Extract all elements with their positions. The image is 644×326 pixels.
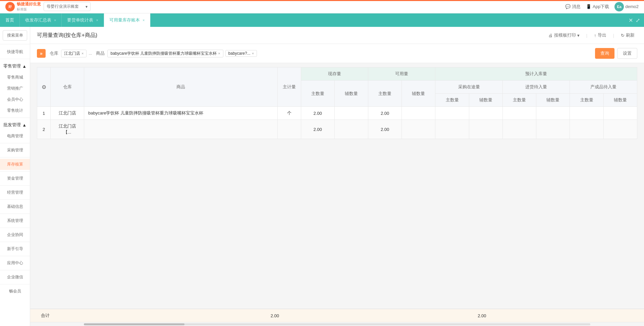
sidebar-divider-4 <box>0 157 30 157</box>
sidebar-section-wholesale[interactable]: 批发管理 ▲ <box>0 119 30 131</box>
user-nav[interactable]: Ea demo2 <box>614 2 639 11</box>
product-filter-label: 商品 <box>96 50 105 56</box>
export-btn[interactable]: ↑ 导出 <box>591 31 609 40</box>
sidebar-item-marketing[interactable]: 营销推广 <box>0 83 30 94</box>
print-btn[interactable]: 🖨 按模板打印 ▾ <box>546 31 582 40</box>
app-name: 畅捷通好生意 <box>17 1 41 7</box>
ip-aux-header: 辅数量 <box>536 94 570 107</box>
warehouse-tag-close[interactable]: × <box>82 51 84 55</box>
table-settings-icon[interactable]: ⚙ <box>42 84 46 90</box>
warehouse-more[interactable]: ... <box>89 51 92 56</box>
sidebar-item-newbie[interactable]: 新手引导 <box>0 243 30 254</box>
sidebar-item-enterprise[interactable]: 企业协同 <box>0 229 30 240</box>
sidebar-item-operation[interactable]: 经营管理 <box>0 187 30 198</box>
refresh-btn[interactable]: ↻ 刷新 <box>618 31 637 40</box>
sidebar-item-finance[interactable]: 资金管理 <box>0 173 30 184</box>
app-download-nav[interactable]: 📱 App下载 <box>586 4 609 10</box>
settings-col-header[interactable]: ⚙ <box>37 67 51 107</box>
sidebar-search-area: 搜索菜单 <box>0 27 30 44</box>
sidebar-divider-6 <box>0 185 30 186</box>
product-col-header: 商品 <box>84 67 278 107</box>
warehouse-filter-label: 仓库 <box>50 50 58 56</box>
page-header: 可用量查询(按仓库+商品) 🖨 按模板打印 ▾ | ↑ 导出 | ↻ 刷新 <box>30 27 644 44</box>
scroll-thumb[interactable] <box>84 323 184 325</box>
industry-selector[interactable]: 母婴行业演示账套 ▾ <box>44 2 91 11</box>
page-title: 可用量查询(按仓库+商品) <box>37 32 97 39</box>
fp-aux-header: 辅数量 <box>603 94 637 107</box>
avail-main-header: 主数量 <box>368 81 402 107</box>
bottom-scrollbar[interactable] <box>30 322 644 326</box>
export-icon: ↑ <box>594 33 596 38</box>
footer-label: 合计 <box>37 313 223 319</box>
product-tag-2-close[interactable]: × <box>252 51 254 55</box>
sidebar-item-ecommerce[interactable]: 电商管理 <box>0 131 30 142</box>
sidebar-item-member[interactable]: 畅会员 <box>0 286 30 297</box>
filter-actions: 查询 设置 <box>595 48 637 59</box>
fp-main-header: 主数量 <box>570 94 603 107</box>
row2-current-aux <box>334 120 368 139</box>
tab-close-all-icon[interactable]: ✕ <box>629 17 633 24</box>
settings-btn[interactable]: 设置 <box>617 48 637 59</box>
tab-bar-actions: ✕ ⤢ <box>629 17 644 24</box>
tab-orders-close[interactable]: × <box>96 18 98 22</box>
message-icon: 💬 <box>565 4 571 9</box>
sidebar-divider-9 <box>0 228 30 228</box>
tab-inventory-close[interactable]: × <box>143 18 145 22</box>
row1-fp-main <box>570 107 603 120</box>
sidebar-item-retail-stats[interactable]: 零售统计 <box>0 105 30 116</box>
row1-pt-main <box>435 107 469 120</box>
ip-main-header: 主数量 <box>502 94 536 107</box>
sidebar-item-members[interactable]: 会员中心 <box>0 94 30 105</box>
sidebar-item-inventory[interactable]: 库存核算 <box>0 159 30 170</box>
message-nav[interactable]: 💬 消息 <box>565 4 581 10</box>
sidebar-item-system[interactable]: 系统管理 <box>0 215 30 226</box>
sidebar-divider-3 <box>0 143 30 143</box>
sidebar-item-basic[interactable]: 基础信息 <box>0 201 30 212</box>
sidebar-wholesale-arrow: ▲ <box>22 123 26 128</box>
product-tag-1-close[interactable]: × <box>218 51 220 55</box>
sidebar-item-wechat[interactable]: 企业微信 <box>0 272 30 283</box>
row1-warehouse: 江北门店 <box>51 107 84 120</box>
tab-inventory[interactable]: 可用量库存账本 × <box>104 13 150 27</box>
row1-pt-aux <box>469 107 502 120</box>
table-area: ⚙ 仓库 商品 主计量 现存量 可用量 预计入库量 主数量 辅数量 主数量 辅数… <box>30 63 644 309</box>
top-bar-left: 好 畅捷通好生意 标准版 母婴行业演示账套 ▾ <box>5 1 91 12</box>
tab-orders[interactable]: 要货单统计表 × <box>62 13 104 27</box>
sidebar-item-shortcut[interactable]: 快捷导航 <box>0 46 30 57</box>
avatar: Ea <box>614 2 624 11</box>
row2-avail-aux <box>402 120 435 139</box>
sidebar-item-purchase[interactable]: 采购管理 <box>0 145 30 156</box>
filter-expand-btn[interactable]: » <box>37 49 46 58</box>
row1-avail-main: 2.00 <box>368 107 402 120</box>
sidebar-section-retail[interactable]: 零售管理 ▲ <box>0 60 30 72</box>
row1-product: babycare学饮杯 儿童防摔防撞吸管杯重力球吸嘴杯宝宝水杯 <box>84 107 278 120</box>
row1-fp-aux <box>603 107 637 120</box>
header-divider-1: | <box>586 33 587 38</box>
tab-home[interactable]: 首页 <box>0 13 20 27</box>
app-download-label: App下载 <box>593 4 609 10</box>
query-btn[interactable]: 查询 <box>595 48 614 59</box>
header-divider-2: | <box>613 33 614 38</box>
forecast-col-header: 预计入库量 <box>435 67 637 81</box>
sidebar-divider-2 <box>0 118 30 118</box>
chevron-down-icon: ▾ <box>86 4 88 9</box>
main-layout: 搜索菜单 快捷导航 零售管理 ▲ 零售商城 营销推广 会员中心 零售统计 批发管… <box>0 27 644 326</box>
row1-ip-main <box>502 107 536 120</box>
row2-no: 2 <box>37 120 51 139</box>
tab-receipts-close[interactable]: × <box>54 18 56 22</box>
main-unit-col-header: 主计量 <box>277 67 301 107</box>
tab-receipts[interactable]: 收发存汇总表 × <box>20 13 62 27</box>
tab-expand-icon[interactable]: ⤢ <box>636 17 640 24</box>
row2-fp-main <box>570 120 603 139</box>
tab-inventory-label: 可用量库存账本 <box>109 17 140 23</box>
row2-ip-aux <box>536 120 570 139</box>
sidebar-item-appcenter[interactable]: 应用中心 <box>0 258 30 269</box>
sidebar-divider-10 <box>0 242 30 242</box>
row1-no: 1 <box>37 107 51 120</box>
sidebar-item-retail-shop[interactable]: 零售商城 <box>0 72 30 83</box>
current-aux-header: 辅数量 <box>334 81 368 107</box>
sidebar-nav: 快捷导航 零售管理 ▲ 零售商城 营销推广 会员中心 零售统计 批发管理 ▲ 电… <box>0 44 30 299</box>
sidebar-divider-11 <box>0 256 30 256</box>
sidebar-retail-label: 零售管理 <box>3 63 21 69</box>
sidebar-search-button[interactable]: 搜索菜单 <box>3 30 27 41</box>
